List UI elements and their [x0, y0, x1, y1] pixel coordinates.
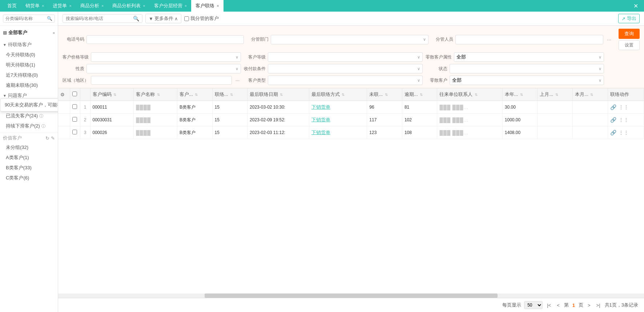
customer-type-select[interactable]: ∨	[268, 76, 422, 85]
grid-icon: ⊞	[3, 30, 7, 36]
type-sort[interactable]: ⇅	[195, 93, 198, 97]
row-checkbox[interactable]	[72, 104, 77, 109]
per-page-select[interactable]: 50 100 200	[524, 301, 543, 309]
sidebar-item-declining[interactable]: 持续下滑客户(2) ⓘ	[0, 121, 58, 131]
nav-product-analysis-close[interactable]: ×	[101, 4, 104, 8]
info-icon: ⓘ	[39, 113, 43, 119]
action-link-icon[interactable]: 🔗	[610, 117, 616, 123]
manager-select[interactable]	[455, 35, 604, 44]
gear-icon[interactable]: ⚙	[60, 92, 65, 97]
contact-count-sort[interactable]: ⇅	[230, 93, 233, 97]
action-more-icon[interactable]: ⋮⋮	[619, 104, 629, 110]
dept-select[interactable]: ∨	[271, 35, 428, 44]
sidebar-item-a-class[interactable]: A类客户(1)	[0, 153, 58, 163]
this-month-sort[interactable]: ⇅	[590, 93, 593, 97]
scrollbar-thumb[interactable]	[205, 293, 498, 298]
retail-customer-select[interactable]: 全部 ∨	[450, 76, 604, 85]
query-btn[interactable]: 查询	[619, 29, 640, 39]
price-level-select[interactable]: ∨	[91, 52, 241, 62]
retail-attr-select[interactable]: 全部 ∨	[454, 52, 604, 62]
row-last-type: 下销货单	[309, 101, 367, 114]
export-btn[interactable]: ↗ 导出	[618, 14, 640, 23]
nav-customer-segment-close[interactable]: ×	[185, 4, 187, 8]
sidebar-item-tomorrow-pending[interactable]: 明天待联络(1)	[0, 60, 58, 70]
row-checkbox[interactable]	[72, 130, 77, 134]
sidebar-item-overdue-pending[interactable]: 逾期未联络(30)	[0, 80, 58, 90]
customer-level-select[interactable]: ∨	[268, 52, 422, 62]
action-link-icon[interactable]: 🔗	[610, 130, 616, 135]
nature-label: 性质	[63, 66, 84, 72]
sidebar-all-customers-header[interactable]: ⊞ 全部客户 «	[0, 27, 58, 38]
nav-purchase-order[interactable]: 进货单 ×	[48, 0, 76, 12]
payment-select[interactable]: ∨	[268, 64, 422, 73]
region-input[interactable]	[91, 76, 232, 85]
horizontal-scrollbar[interactable]	[58, 293, 644, 298]
manager-dots[interactable]: ···	[605, 37, 613, 42]
next-page-btn[interactable]: >	[586, 302, 592, 309]
action-more-icon[interactable]: ⋮⋮	[619, 117, 629, 123]
payment-arrow: ∨	[417, 66, 420, 71]
last-page-btn[interactable]: >|	[595, 302, 602, 309]
nav-customer-contact[interactable]: 客户联络 ×	[191, 0, 223, 12]
collapse-icon[interactable]: «	[53, 31, 55, 35]
status-select[interactable]: ∨	[450, 64, 604, 73]
refresh-icon[interactable]: ↻	[45, 135, 49, 141]
nav-customer-contact-close[interactable]: ×	[217, 4, 219, 8]
retail-attr-label: 零散客户属性	[426, 54, 452, 60]
last-month-sort[interactable]: ⇅	[555, 93, 558, 97]
overdue-sort[interactable]: ⇅	[420, 93, 423, 97]
filter-field-customer-type: 客户类型 ∨	[244, 76, 422, 85]
contact-person-sort[interactable]: ⇅	[475, 93, 478, 97]
pending-contact-header[interactable]: ▼ 待联络客户	[0, 40, 58, 50]
row-last-type: 下销货单	[309, 114, 367, 126]
nav-purchase-order-close[interactable]: ×	[69, 4, 71, 8]
payment-label: 收付款条件	[244, 66, 266, 72]
phone-input[interactable]	[86, 35, 244, 44]
edit-icon[interactable]: ✎	[51, 135, 55, 141]
nature-select[interactable]: ∨	[86, 64, 241, 73]
last-date-sort[interactable]: ⇅	[280, 93, 283, 97]
main-search-icon[interactable]: 🔍	[133, 16, 139, 21]
action-link-icon[interactable]: 🔗	[610, 104, 616, 110]
export-icon: ↗	[621, 16, 625, 21]
nav-home[interactable]: 首页	[3, 0, 21, 12]
retail-customer-value: 全部	[452, 77, 462, 84]
sidebar-item-week-pending[interactable]: 近7天待联络(0)	[0, 70, 58, 80]
sidebar-item-c-class[interactable]: C类客户(6)	[0, 173, 58, 183]
window-close-btn[interactable]: ✕	[631, 3, 641, 9]
filter-field-payment: 收付款条件 ∨	[244, 64, 422, 73]
row-checkbox-cell	[70, 114, 80, 126]
nav-product-analysis[interactable]: 商品分析 ×	[76, 0, 108, 12]
first-page-btn[interactable]: |<	[546, 302, 552, 309]
select-all-checkbox[interactable]	[72, 92, 77, 96]
col-last-month: 上月... ⇅	[538, 88, 573, 101]
my-customers-checkbox-wrap[interactable]: 我分管的客户	[184, 15, 219, 22]
sidebar-item-b-class[interactable]: B类客户(33)	[0, 163, 58, 173]
main-search-input[interactable]	[66, 16, 133, 21]
col-type: 客户... ⇅	[177, 88, 212, 101]
region-dots[interactable]: ···	[234, 77, 241, 83]
nav-customer-segment[interactable]: 客户分层经营 ×	[150, 0, 191, 12]
nav-sales-order-close[interactable]: ×	[42, 4, 44, 8]
filter-field-price-level: 客户价格等级 ∨	[63, 52, 241, 62]
prev-page-btn[interactable]: <	[555, 302, 561, 309]
no-contact-sort[interactable]: ⇅	[385, 93, 388, 97]
nav-sales-order[interactable]: 销货单 ×	[21, 0, 48, 12]
nav-product-analysis-list[interactable]: 商品分析列表 ×	[108, 0, 149, 12]
nav-product-analysis-list-close[interactable]: ×	[143, 4, 145, 8]
sidebar-item-unclassified[interactable]: 未分组(32)	[0, 142, 58, 153]
settings-btn[interactable]: 设置	[619, 40, 640, 50]
code-sort[interactable]: ⇅	[113, 93, 116, 97]
name-sort[interactable]: ⇅	[157, 93, 160, 97]
row-type: B类客户	[177, 114, 212, 126]
action-more-icon[interactable]: ⋮⋮	[619, 130, 629, 135]
my-customers-checkbox[interactable]	[184, 16, 189, 21]
sidebar-item-today-pending[interactable]: 今天待联络(0)	[0, 50, 58, 60]
row-name: ████	[134, 126, 177, 139]
sidebar-item-already-churned[interactable]: 已流失客户(24) ⓘ	[0, 111, 58, 121]
last-type-sort[interactable]: ⇅	[342, 93, 345, 97]
more-filter-btn[interactable]: ▼ 更多条件 ∧	[145, 14, 181, 23]
row-type: B类客户	[177, 126, 212, 139]
this-year-sort[interactable]: ⇅	[520, 93, 523, 97]
row-checkbox[interactable]	[72, 117, 77, 122]
